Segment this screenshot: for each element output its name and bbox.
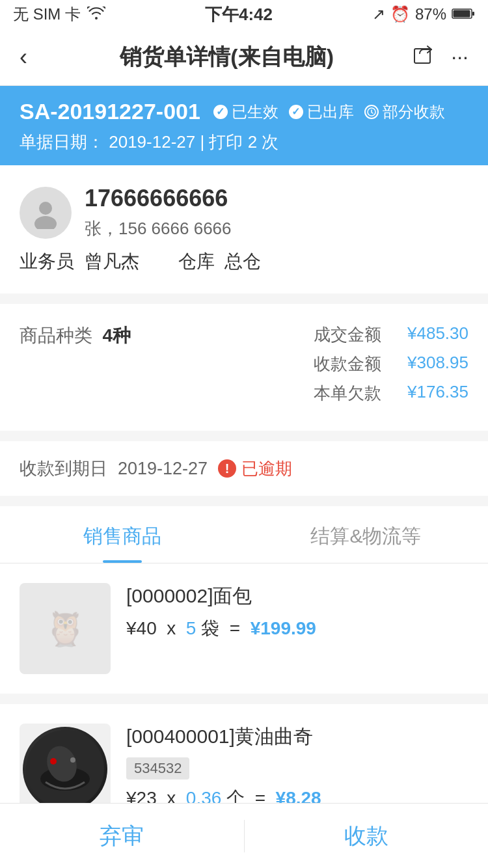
badge-partial-payment: 部分收款: [364, 102, 445, 122]
owl-icon: 🦉: [44, 609, 87, 649]
owed-value: ¥176.35: [407, 382, 468, 405]
tabs-section: 销售商品 结算&物流等: [0, 506, 488, 563]
collected-amount-row: 收款金额 ¥308.95: [314, 353, 468, 375]
product-item-1: 🦉 [0000002]面包 ¥40 x 5 袋 = ¥199.99: [0, 563, 488, 694]
owed-label: 本单欠款: [314, 382, 381, 405]
product-qty-1: 5: [186, 618, 197, 638]
nav-bar: ‹ 销货单详情(来自电脑) ···: [0, 29, 488, 86]
customer-meta: 业务员 曾凡杰 仓库 总仓: [20, 249, 468, 274]
status-right: ↗ ⏰ 87%: [372, 5, 475, 23]
more-icon[interactable]: ···: [451, 45, 468, 69]
product-name-1: [0000002]面包: [126, 583, 468, 610]
product-unit-1: 袋: [201, 618, 219, 638]
customer-name: 张，156 6666 6666: [85, 217, 232, 240]
nav-actions: ···: [413, 44, 468, 71]
collect-payment-button[interactable]: 收款: [245, 804, 489, 868]
check-icon-2: ✓: [289, 105, 303, 119]
wifi-icon: [87, 5, 105, 23]
product-details-2: [000400001]黄油曲奇 534532 ¥23 x 0.36 个 = ¥8…: [126, 724, 468, 811]
status-left: 无 SIM 卡: [13, 4, 105, 25]
collected-label: 收款金额: [314, 353, 381, 375]
due-date-label: 收款到期日: [20, 457, 107, 480]
product-circle-thumb-2: [23, 727, 107, 811]
avatar: [20, 187, 72, 239]
product-thumb-1: 🦉: [20, 583, 111, 674]
battery-text: 87%: [415, 5, 446, 23]
check-icon-1: ✓: [213, 105, 228, 119]
overdue-badge: ! 已逾期: [218, 457, 292, 480]
location-icon: ↗: [372, 5, 385, 23]
svg-point-5: [39, 202, 52, 215]
status-time: 下午4:42: [205, 3, 273, 26]
order-date: 单据日期： 2019-12-27 | 打印 2 次: [20, 131, 468, 154]
order-id: SA-20191227-001: [20, 99, 200, 124]
cancel-review-button[interactable]: 弃审: [0, 804, 244, 868]
bottom-bar: 弃审 收款: [0, 803, 488, 868]
product-name-2: [000400001]黄油曲奇: [126, 724, 468, 750]
product-tag-2: 534532: [126, 757, 189, 780]
svg-point-6: [34, 216, 57, 229]
order-header: SA-20191227-001 ✓ 已生效 ✓ 已出库 部分收款: [0, 86, 488, 165]
clock-icon: [364, 105, 379, 119]
product-price-unit-1: ¥40: [126, 618, 157, 638]
page-title: 销货单详情(来自电脑): [40, 42, 413, 72]
overdue-icon: !: [218, 459, 236, 478]
collected-value: ¥308.95: [407, 353, 468, 375]
svg-rect-2: [453, 10, 470, 18]
deal-amount-row: 成交金额 ¥485.30: [314, 323, 468, 346]
alarm-icon: ⏰: [390, 5, 410, 23]
product-details-1: [0000002]面包 ¥40 x 5 袋 = ¥199.99: [126, 583, 468, 641]
tab-sales-products[interactable]: 销售商品: [0, 506, 244, 563]
svg-rect-1: [472, 12, 474, 16]
back-button[interactable]: ‹: [20, 44, 27, 71]
tab-settlement-logistics[interactable]: 结算&物流等: [244, 506, 488, 563]
due-date-value: 2019-12-27: [118, 459, 208, 479]
product-thumb-2: [20, 724, 111, 815]
svg-point-11: [70, 757, 75, 763]
product-total-1: ¥199.99: [251, 618, 316, 638]
status-badges: ✓ 已生效 ✓ 已出库 部分收款: [213, 102, 445, 122]
badge-shipped: ✓ 已出库: [289, 102, 354, 122]
deal-amount-value: ¥485.30: [407, 323, 468, 346]
svg-point-10: [50, 758, 57, 765]
warehouse-field: 仓库 总仓: [178, 249, 262, 274]
financials-right: 成交金额 ¥485.30 收款金额 ¥308.95 本单欠款 ¥176.35: [314, 323, 468, 411]
share-icon[interactable]: [413, 44, 435, 71]
deal-amount-label: 成交金额: [314, 323, 381, 346]
badge-effective: ✓ 已生效: [213, 102, 278, 122]
salesperson-field: 业务员 曾凡杰: [20, 249, 139, 274]
overdue-label: 已逾期: [241, 457, 292, 480]
product-price-row-1: ¥40 x 5 袋 = ¥199.99: [126, 616, 468, 641]
owed-amount-row: 本单欠款 ¥176.35: [314, 382, 468, 405]
financials-section: 商品种类 4种 成交金额 ¥485.30 收款金额 ¥308.95 本单欠款 ¥…: [0, 304, 488, 431]
svg-rect-3: [414, 49, 430, 63]
customer-section: 17666666666 张，156 6666 6666 业务员 曾凡杰 仓库 总…: [0, 165, 488, 293]
customer-phone: 17666666666: [85, 185, 232, 212]
battery-icon: [452, 5, 475, 23]
product-placeholder-1: 🦉: [20, 583, 111, 674]
status-bar: 无 SIM 卡 下午4:42 ↗ ⏰ 87%: [0, 0, 488, 29]
product-kind: 商品种类 4种: [20, 323, 131, 348]
sim-status: 无 SIM 卡: [13, 4, 81, 25]
due-section: 收款到期日 2019-12-27 ! 已逾期: [0, 441, 488, 496]
